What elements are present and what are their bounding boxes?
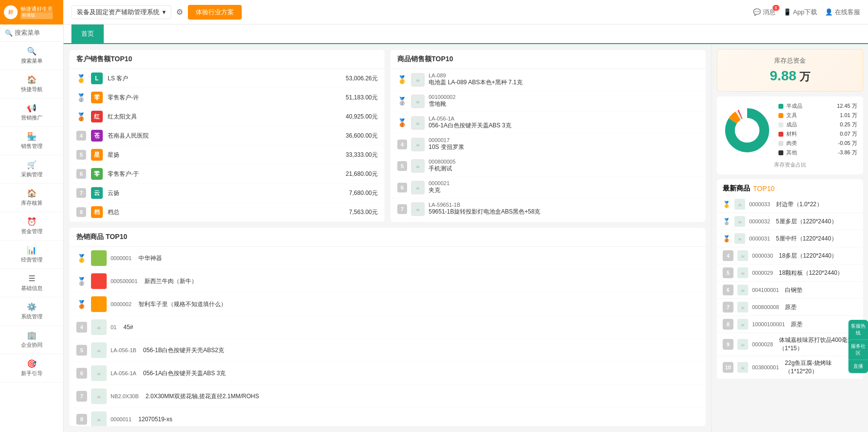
rank-number: 9 [723,339,733,350]
sales-icon: 🏪 [27,132,37,141]
product-name: 夹克 [429,186,699,194]
product-code: LA-056-1A [429,116,699,121]
logo-text-area: 畅捷通好生意 标准版 [21,5,53,19]
hot-products-title: 热销商品 TOP10 [76,233,127,241]
svg-text:Ai: Ai [738,203,742,207]
list-item: 🥈 000500001 新西兰牛肉（新牛） [69,270,706,293]
product-code: 0000029 [752,270,773,276]
product-image [91,250,107,266]
rank-number: 8 [76,207,86,217]
sidebar-item-finance[interactable]: ⏰资金管理 [0,212,63,240]
system-selector[interactable]: 装备及固定资产辅助管理系统 ▾ [71,5,171,19]
chart-subtitle: 库存资金占比 [723,161,857,168]
svg-text:Ai: Ai [416,121,419,126]
product-code: NB2.0X30B [111,393,138,399]
product-code: 000800005 [429,159,699,165]
rank-number: 6 [723,285,733,295]
purchase-icon: 🛒 [27,160,37,169]
rank-name: 云扬 [108,189,344,197]
settings-icon[interactable]: ⚙ [176,7,183,17]
sidebar-item-sales[interactable]: 🏪销售管理 [0,127,63,155]
product-code: 10000100001 [752,321,785,327]
service-community-button[interactable]: 服务社区 [848,340,868,360]
tab-home[interactable]: 首页 [71,24,104,43]
sidebar-nav: 🔍搜索菜单🏠快捷导航📢营销推广🏪销售管理🛒采购管理🏠库存核算⏰资金管理📊经营管理… [0,42,63,383]
product-name: 59651-1B旋转投影灯电池盒ABS黑色+58克 [429,208,699,216]
rank-avatar: 云 [91,187,103,199]
float-service: 客服热线 服务社区 直播 [848,320,868,373]
customer-hotline-button[interactable]: 客服热线 [848,320,868,340]
legend-item: 成品 0.25 万 [778,121,857,128]
sidebar-item-quick-nav[interactable]: 🏠快捷导航 [0,70,63,98]
table-row: 5 Ai 000800005 手机测试 [390,155,706,177]
marketing-icon: 📢 [27,103,37,113]
svg-text:Ai: Ai [741,306,745,310]
rank-medal: 🥉 [76,300,87,309]
rank-name: 星扬 [108,151,341,159]
sidebar-item-newbie[interactable]: 🎯新手引导 [0,354,63,383]
list-item: 6 Ai 004100001 白钢垫 [717,282,863,299]
rank-value: 7,680.00元 [349,189,378,197]
app-download-button[interactable]: 📱 App下载 [783,8,817,17]
inventory-total: 库存总资金 9.88 万 [717,49,863,92]
sidebar-item-marketing[interactable]: 📢营销推广 [0,98,63,127]
product-thumbnail: Ai [734,216,745,227]
product-name: 原垄 [785,303,797,312]
sidebar-item-search[interactable]: 🔍搜索菜单 [0,42,63,70]
list-item: 4 Ai 0000030 18多层（1220*2440） [717,247,863,264]
new-products-title: 最新商品 TOP10 [717,179,863,196]
product-code: 004100001 [752,287,779,293]
rank-number: 8 [723,319,733,330]
svg-text:Ai: Ai [741,255,745,258]
list-item: 🥈 Ai 0000032 5厘多层（1220*2440） [717,213,863,230]
list-item: 🥉 Ai 0000031 5厘中纤（1220*2440） [717,230,863,247]
sidebar-item-inventory[interactable]: 🏠库存核算 [0,184,63,212]
table-row: 🥈 零 零售客户-许 51,183.00元 [69,88,385,107]
hot-products-header: 热销商品 TOP10 [69,228,706,247]
rank-number: 5 [723,267,733,278]
rank-medal: 🥈 [76,93,86,102]
svg-text:Ai: Ai [97,395,100,399]
legend-label: 肉类 [786,140,835,147]
quick-nav-icon: 🏠 [27,75,37,84]
legend-value: 12.45 万 [837,102,857,110]
legend-dot [778,141,783,146]
product-code: 0000031 [749,236,770,241]
sidebar-item-purchase[interactable]: 🛒采购管理 [0,155,63,184]
message-button[interactable]: 💬 消息 6 [753,8,776,17]
rank-medal: 🥉 [397,118,407,127]
donut-chart [723,106,772,155]
inventory-value-unit: 万 [799,71,810,83]
legend-value: -0.05 万 [838,140,857,147]
table-row: 6 Ai 0000021 夹克 [390,177,706,198]
legend-item: 肉类 -0.05 万 [778,140,857,147]
app-name: 畅捷通好生意 [21,5,53,12]
product-thumbnail: Ai [411,159,425,173]
marketing-label: 营销推广 [21,114,43,121]
list-item: 🥇 0000001 中华神器 [69,247,706,270]
topbar: 装备及固定资产辅助管理系统 ▾ ⚙ 体验行业方案 💬 消息 6 📱 App下载 … [64,0,868,24]
product-code: 0000030 [752,253,773,259]
product-image-placeholder: Ai [91,342,107,358]
sidebar-search[interactable]: 🔍 搜索菜单 [0,24,63,42]
sidebar-item-basic[interactable]: ☰基础信息 [0,269,63,297]
customer-service-button[interactable]: 👤 在线客服 [825,8,860,17]
operations-label: 经营管理 [21,256,43,264]
search-icon: 🔍 [27,47,37,56]
sidebar-item-enterprise[interactable]: 🏢企业协同 [0,326,63,354]
rank-avatar: 零 [91,92,103,103]
rank-medal: 🥇 [76,254,87,263]
table-row: 8 档 档总 7,563.00元 [69,203,385,222]
product-code: 0000028 [752,341,773,347]
sidebar-item-operations[interactable]: 📊经营管理 [0,240,63,269]
rank-number: 7 [76,391,87,402]
svg-text:Ai: Ai [97,372,100,376]
rank-number: 5 [76,345,87,356]
list-item: 5 Ai LA-056-1B 056-1B白色按键开关壳ABS2克 [69,339,706,362]
sidebar-item-system[interactable]: ⚙️系统管理 [0,297,63,326]
trial-button[interactable]: 体验行业方案 [188,5,242,20]
live-stream-button[interactable]: 直播 [848,360,868,373]
legend-item: 文具 1.01 万 [778,112,857,119]
rank-name: 苍南县人民医院 [108,132,341,140]
customer-ranking-card: 客户销售额TOP10 🥇 L LS 客户 53,006.26元🥈 零 零售客户-… [69,50,385,222]
